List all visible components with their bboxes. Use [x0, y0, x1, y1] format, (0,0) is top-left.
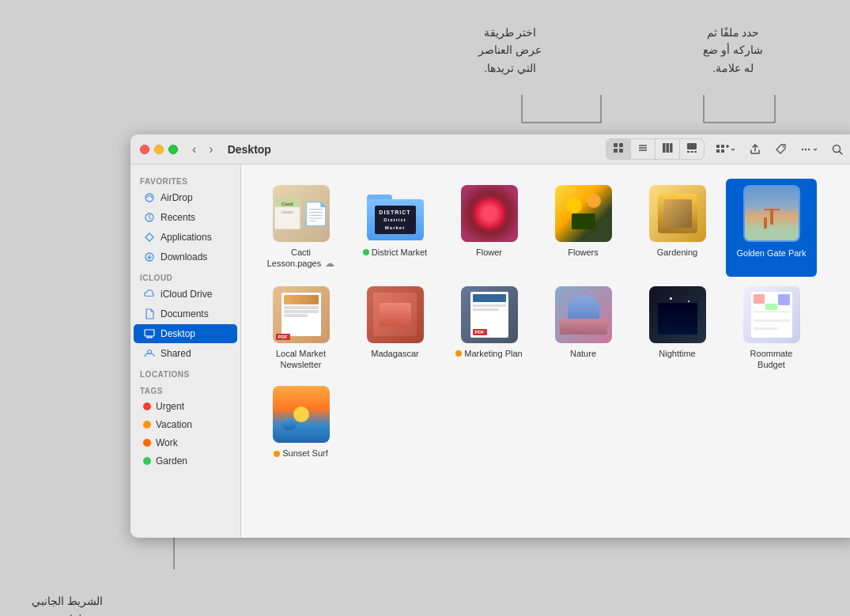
- district-market-name: District Market: [363, 247, 427, 258]
- nav-buttons: ‹ ›: [187, 141, 218, 158]
- file-district-market[interactable]: DISTRICTDistrict Market District Market: [349, 179, 440, 277]
- finder-window: ‹ › Desktop: [130, 134, 850, 538]
- airdrop-icon: [143, 191, 156, 204]
- sidebar-item-recents[interactable]: Recents: [134, 208, 237, 227]
- file-flowers[interactable]: Flowers: [538, 179, 629, 277]
- documents-label: Documents: [161, 308, 209, 319]
- share-button[interactable]: [744, 140, 766, 159]
- group-button[interactable]: [711, 141, 741, 158]
- svg-rect-18: [687, 143, 697, 149]
- recents-icon: [143, 211, 156, 224]
- airdrop-label: AirDrop: [161, 192, 193, 203]
- desktop-icon: [143, 327, 156, 340]
- locations-label: Locations: [130, 364, 240, 380]
- search-button[interactable]: [826, 140, 848, 159]
- cloud-icon: ☁: [325, 258, 334, 269]
- sidebar-item-desktop[interactable]: Desktop: [134, 324, 237, 343]
- file-madagascar[interactable]: Madagascar: [349, 280, 440, 377]
- svg-point-28: [783, 145, 784, 147]
- sidebar-item-applications[interactable]: Applications: [134, 228, 237, 247]
- window-title: Desktop: [228, 143, 271, 156]
- documents-icon: [143, 308, 156, 320]
- sidebar-tag-garden[interactable]: Garden: [134, 452, 237, 470]
- file-roommate-budget[interactable]: RoommateBudget: [726, 280, 817, 377]
- golden-gate-thumbnail: [743, 185, 800, 242]
- madagascar-thumbnail: [367, 286, 424, 343]
- district-dot: [363, 249, 369, 255]
- work-label: Work: [156, 437, 178, 448]
- file-marketing-plan[interactable]: PDF Marketing Plan: [444, 280, 535, 377]
- icloud-drive-label: iCloud Drive: [161, 289, 212, 300]
- shared-label: Shared: [161, 348, 191, 359]
- close-button[interactable]: [140, 145, 149, 154]
- district-market-thumbnail: DISTRICTDistrict Market: [367, 185, 424, 242]
- file-nighttime[interactable]: Nighttime: [632, 280, 723, 377]
- recents-label: Recents: [161, 212, 195, 223]
- gardening-thumbnail: [649, 185, 706, 242]
- cacti-thumbnail: Cacti Lesson: [273, 185, 330, 242]
- sidebar-item-shared[interactable]: Shared: [134, 344, 237, 363]
- svg-rect-10: [614, 149, 618, 153]
- svg-rect-21: [694, 151, 697, 153]
- file-local-market-newsletter[interactable]: PDF Local MarketNewsletter: [255, 280, 346, 377]
- svg-line-33: [840, 151, 843, 154]
- annotation-top-right: حدد ملفًا ثم شاركه أو ضع له علامة.: [703, 24, 763, 77]
- file-sunset-surf[interactable]: Sunset Surf: [255, 380, 346, 465]
- file-golden-gate-park[interactable]: Golden Gate Park: [726, 179, 817, 277]
- view-icons-button[interactable]: [606, 139, 631, 159]
- view-list-button[interactable]: [631, 139, 655, 159]
- minimize-button[interactable]: [154, 145, 164, 154]
- sunset-surf-name: Sunset Surf: [274, 448, 327, 459]
- urgent-dot: [143, 402, 151, 410]
- svg-point-29: [802, 148, 803, 149]
- svg-text:Cacti: Cacti: [281, 202, 293, 206]
- back-button[interactable]: ‹: [187, 141, 201, 158]
- file-nature[interactable]: Nature: [538, 280, 629, 377]
- garden-label: Garden: [156, 455, 187, 467]
- svg-point-30: [805, 148, 807, 149]
- marketing-dot: [455, 350, 462, 357]
- more-button[interactable]: [795, 140, 823, 159]
- view-buttons: [606, 138, 705, 160]
- sidebar-item-documents[interactable]: Documents: [134, 304, 237, 323]
- svg-rect-9: [619, 143, 623, 147]
- svg-rect-25: [721, 149, 724, 153]
- tags-label: Tags: [130, 380, 240, 397]
- view-columns-button[interactable]: [655, 139, 680, 159]
- sidebar-item-downloads[interactable]: Downloads: [134, 248, 237, 266]
- marketing-plan-name: Marketing Plan: [455, 348, 522, 359]
- sidebar-tag-vacation[interactable]: Vacation: [134, 416, 237, 433]
- file-flower[interactable]: Flower: [444, 179, 535, 277]
- applications-label: Applications: [161, 232, 212, 243]
- nature-thumbnail: [555, 286, 612, 343]
- sidebar-tag-work[interactable]: Work: [134, 434, 237, 452]
- annotation-top-center: اختر طريقة عرض العناصر التي تريدها.: [478, 24, 542, 77]
- madagascar-name: Madagascar: [371, 348, 419, 359]
- sidebar-item-airdrop[interactable]: AirDrop: [134, 188, 237, 207]
- golden-gate-park-name: Golden Gate Park: [733, 247, 809, 259]
- sunset-surf-thumbnail: [273, 386, 330, 443]
- urgent-label: Urgent: [156, 401, 184, 412]
- tag-button[interactable]: [769, 140, 791, 159]
- file-cacti-lesson[interactable]: Cacti Lesson CactiLesson.pages ☁: [255, 179, 346, 277]
- cacti-lesson-name: CactiLesson.pages ☁: [267, 247, 335, 270]
- svg-text:Lesson: Lesson: [281, 210, 293, 214]
- favorites-label: Favorites: [130, 171, 240, 187]
- file-grid: Cacti Lesson CactiLesson.pages ☁: [241, 164, 850, 538]
- garden-dot: [143, 457, 151, 465]
- sidebar-item-icloud-drive[interactable]: iCloud Drive: [134, 285, 237, 304]
- flowers-name: Flowers: [568, 247, 599, 258]
- svg-rect-17: [670, 143, 673, 153]
- roommate-budget-thumbnail: [743, 286, 800, 343]
- sidebar-tag-urgent[interactable]: Urgent: [134, 398, 237, 415]
- shared-icon: [143, 347, 156, 360]
- zoom-button[interactable]: [168, 145, 178, 154]
- local-market-newsletter-name: Local MarketNewsletter: [276, 348, 326, 371]
- svg-rect-23: [716, 149, 720, 153]
- applications-icon: [143, 231, 156, 244]
- view-gallery-button[interactable]: [680, 139, 704, 159]
- file-gardening[interactable]: Gardening: [632, 179, 723, 277]
- forward-button[interactable]: ›: [204, 141, 217, 158]
- local-market-thumbnail: PDF: [273, 286, 330, 343]
- svg-rect-19: [687, 151, 689, 153]
